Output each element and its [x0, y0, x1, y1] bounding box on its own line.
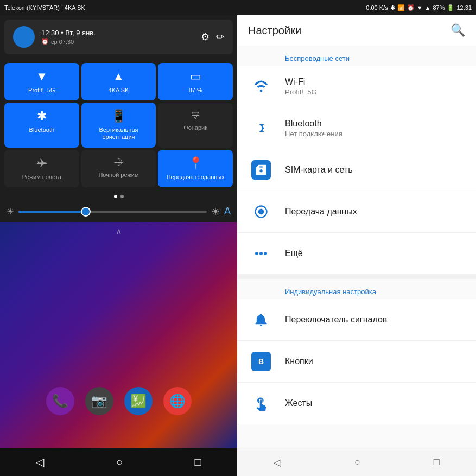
notification-card[interactable]: 👤 12:30 • Вт, 9 янв. ⏰ ср 07:30 ⚙ ✏: [4, 20, 233, 54]
quick-settings-grid: ▼ Profit!_5G ▲ 4KA SK ▭ 87 % ✱ Bluetooth…: [0, 59, 237, 192]
qs-airplane-label: Режим полета: [22, 174, 61, 181]
wifi-title: Wi-Fi: [285, 77, 465, 87]
nav-bar-right: ◁ ○ □: [237, 448, 476, 476]
wifi-settings-icon: [251, 77, 271, 96]
signal-icon: 📶: [397, 4, 405, 11]
chrome-icon[interactable]: 🌐: [163, 387, 192, 415]
night-qs-icon: ☽: [114, 156, 123, 168]
notification-left: 👤 12:30 • Вт, 9 янв. ⏰ ср 07:30: [13, 26, 96, 48]
settings-item-data[interactable]: Передача данных: [237, 191, 476, 233]
settings-title: Настройки: [248, 24, 301, 37]
data-text: Передача данных: [285, 207, 465, 217]
dot-1: [114, 195, 117, 198]
signal-icon2: ▼: [417, 4, 423, 11]
settings-item-buttons[interactable]: B Кнопки: [237, 341, 476, 383]
more-settings-icon: [251, 244, 271, 263]
qs-bluetooth-label: Bluetooth: [29, 126, 54, 134]
bluetooth-status-icon: ✱: [390, 4, 395, 11]
qs-orientation-label: Вертикальная ориентация: [86, 126, 152, 141]
airplane-qs-icon: ✈: [37, 156, 47, 170]
buttons-text: Кнопки: [285, 357, 465, 366]
camera-icon[interactable]: 📷: [85, 387, 113, 415]
settings-notif-button[interactable]: ⚙: [201, 31, 210, 43]
up-chevron-area: ∧: [0, 222, 237, 241]
recent-button-left[interactable]: □: [195, 456, 201, 468]
gestures-text: Жесты: [285, 398, 465, 408]
home-icons-row: 📞 📷 💹 🌐: [0, 387, 237, 415]
bluetooth-text: Bluetooth Нет подключения: [285, 119, 465, 138]
signal-icon3: ▲: [425, 4, 431, 11]
qs-tile-wifi[interactable]: ▼ Profit!_5G: [4, 63, 79, 100]
qs-tile-location[interactable]: 📍 Передача геоданных: [158, 150, 233, 187]
sim-icon-wrap: [248, 157, 274, 183]
brightness-slider[interactable]: [18, 211, 207, 213]
alarm-icon: ⏰: [407, 4, 415, 11]
slider-fill: [18, 211, 84, 213]
back-button-right[interactable]: ◁: [274, 456, 281, 468]
recent-button-right[interactable]: □: [434, 456, 440, 468]
settings-item-signals[interactable]: Переключатель сигналов: [237, 299, 476, 341]
home-button-left[interactable]: ○: [116, 456, 123, 468]
status-carrier: Telekom(KYIVSTAR) | 4KA SK: [4, 4, 85, 11]
finance-icon[interactable]: 💹: [124, 387, 153, 415]
viber-icon[interactable]: 📞: [46, 387, 74, 415]
settings-item-wifi[interactable]: Wi-Fi Profit!_5G: [237, 66, 476, 107]
qs-location-label: Передача геоданных: [167, 174, 225, 181]
brightness-low-icon: ☀: [7, 206, 14, 217]
sim-text: SIM-карта и сеть: [285, 165, 465, 175]
qs-tile-night[interactable]: ☽ Ночной режим: [81, 150, 156, 187]
dot-2: [120, 195, 124, 198]
wifi-subtitle: Profit!_5G: [285, 88, 465, 96]
gestures-title: Жесты: [285, 398, 465, 408]
edit-notif-button[interactable]: ✏: [216, 31, 224, 43]
battery-text: 87%: [433, 4, 445, 11]
battery-qs-icon: ▭: [190, 69, 201, 84]
bluetooth-settings-icon: [251, 118, 271, 138]
carrier-text: Telekom(KYIVSTAR) | 4KA SK: [4, 4, 85, 11]
signals-icon-wrap: [248, 307, 274, 333]
notification-shade: 👤 12:30 • Вт, 9 янв. ⏰ ср 07:30 ⚙ ✏ ▼ Pr…: [0, 15, 237, 476]
home-button-right[interactable]: ○: [354, 456, 360, 468]
avatar: 👤: [13, 26, 35, 48]
slider-thumb[interactable]: [81, 207, 91, 217]
qs-battery-label: 87 %: [189, 87, 202, 94]
dots-indicator: [0, 192, 237, 201]
more-text: Ещё: [285, 249, 465, 258]
status-bar: Telekom(KYIVSTAR) | 4KA SK 0.00 K/s ✱ 📶 …: [0, 0, 476, 15]
qs-tile-airplane[interactable]: ✈ Режим полета: [4, 150, 79, 187]
alarm-small-icon: ⏰: [41, 38, 49, 45]
auto-brightness-icon[interactable]: A: [224, 206, 231, 217]
settings-item-bluetooth[interactable]: Bluetooth Нет подключения: [237, 107, 476, 149]
qs-tile-orientation[interactable]: 📱 Вертикальная ориентация: [81, 103, 156, 147]
qs-night-label: Ночной режим: [98, 172, 138, 179]
orientation-qs-icon: 📱: [111, 109, 126, 123]
qs-tile-bluetooth[interactable]: ✱ Bluetooth: [4, 103, 79, 147]
wallpaper-area: ∧ 📞 📷 💹 🌐: [0, 222, 237, 448]
signals-text: Переключатель сигналов: [285, 315, 465, 325]
gestures-icon-wrap: [248, 390, 274, 416]
notification-text: 12:30 • Вт, 9 янв. ⏰ ср 07:30: [41, 29, 96, 45]
settings-header: Настройки 🔍: [237, 15, 476, 46]
notification-actions: ⚙ ✏: [201, 31, 224, 43]
settings-item-sim[interactable]: SIM-карта и сеть: [237, 149, 476, 191]
qs-tile-torch[interactable]: ▽ Фонарик: [158, 103, 233, 147]
section-wireless-header: Беспроводные сети: [237, 46, 476, 66]
qs-tile-signal[interactable]: ▲ 4KA SK: [81, 63, 156, 100]
chevron-up-icon: ∧: [116, 226, 122, 237]
notification-title: 12:30 • Вт, 9 янв.: [41, 29, 96, 37]
qs-wifi-label: Profit!_5G: [28, 87, 55, 94]
settings-panel: Настройки 🔍 Беспроводные сети Wi-Fi Prof…: [237, 15, 476, 476]
bluetooth-icon-wrap: [248, 115, 274, 141]
qs-torch-label: Фонарик: [183, 124, 207, 131]
search-icon[interactable]: 🔍: [450, 23, 465, 37]
brightness-row: ☀ ☀ A: [0, 201, 237, 222]
settings-item-more[interactable]: Ещё: [237, 233, 476, 275]
notification-time-row: ⏰ ср 07:30: [41, 38, 96, 45]
settings-item-gestures[interactable]: Жесты: [237, 383, 476, 424]
main-area: 👤 12:30 • Вт, 9 янв. ⏰ ср 07:30 ⚙ ✏ ▼ Pr…: [0, 15, 476, 476]
section-divider: [237, 275, 476, 279]
qs-tile-battery[interactable]: ▭ 87 %: [158, 63, 233, 100]
more-icon-wrap: [248, 240, 274, 266]
back-button-left[interactable]: ◁: [36, 455, 44, 468]
bluetooth-qs-icon: ✱: [37, 109, 47, 123]
